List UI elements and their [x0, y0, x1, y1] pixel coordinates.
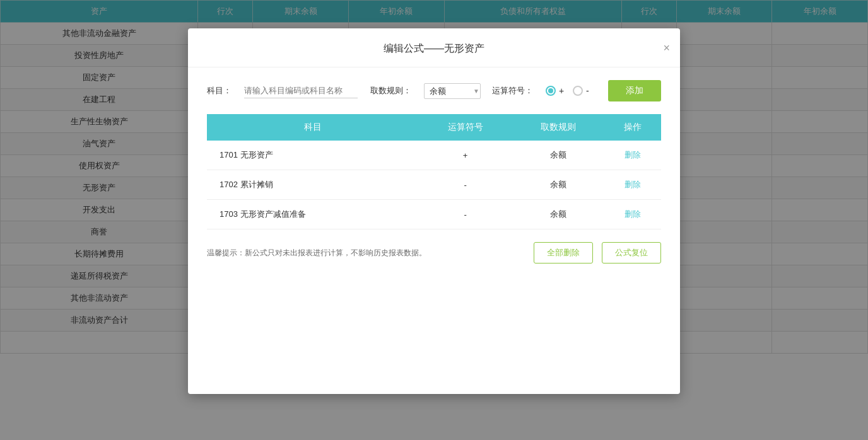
operator-radio-group: + -: [546, 86, 589, 96]
cell-subject: 1702 累计摊销: [207, 170, 419, 200]
subject-label: 科目：: [207, 85, 232, 96]
modal-dialog: 编辑公式——无形资产 × 科目： 取数规则： 余额 借方 贷方 借方发生额 贷方…: [188, 28, 680, 394]
cell-rule: 余额: [512, 141, 604, 170]
rule-select[interactable]: 余额 借方 贷方 借方发生额 贷方发生额: [424, 83, 481, 99]
add-button[interactable]: 添加: [608, 80, 661, 101]
cell-rule: 余额: [512, 200, 604, 229]
rule-select-wrap: 余额 借方 贷方 借方发生额 贷方发生额 ▼: [424, 83, 479, 99]
footer-buttons: 全部删除 公式复位: [534, 242, 661, 263]
operator-plus-radio[interactable]: +: [546, 86, 564, 96]
cell-action: 删除: [604, 141, 661, 170]
delete-all-button[interactable]: 全部删除: [534, 242, 593, 263]
col-action: 操作: [604, 114, 661, 141]
cell-subject: 1703 无形资产减值准备: [207, 200, 419, 229]
operator-minus-label: -: [586, 86, 589, 96]
form-row: 科目： 取数规则： 余额 借方 贷方 借方发生额 贷方发生额 ▼ 运算符号： +: [188, 67, 680, 114]
rule-label: 取数规则：: [370, 85, 411, 96]
footer-tip: 温馨提示：新公式只对未出报表进行计算，不影响历史报表数据。: [207, 248, 426, 258]
cell-action: 删除: [604, 170, 661, 200]
data-table-wrap: 科目 运算符号 取数规则 操作 1701 无形资产+余额删除1702 累计摊销-…: [188, 114, 680, 229]
modal-overlay: 编辑公式——无形资产 × 科目： 取数规则： 余额 借方 贷方 借方发生额 贷方…: [0, 0, 868, 440]
table-row: 1703 无形资产减值准备-余额删除: [207, 200, 661, 229]
modal-header: 编辑公式——无形资产 ×: [188, 28, 680, 67]
cell-operator: +: [419, 141, 512, 170]
col-operator: 运算符号: [419, 114, 512, 141]
operator-minus-circle: [573, 86, 583, 96]
modal-footer: 温馨提示：新公式只对未出报表进行计算，不影响历史报表数据。 全部删除 公式复位: [188, 229, 680, 270]
modal-close-button[interactable]: ×: [663, 42, 670, 54]
cell-subject: 1701 无形资产: [207, 141, 419, 170]
delete-row-button[interactable]: 删除: [625, 209, 641, 219]
operator-plus-circle: [546, 86, 556, 96]
subject-input[interactable]: [244, 83, 358, 98]
delete-row-button[interactable]: 删除: [625, 150, 641, 159]
modal-title: 编辑公式——无形资产: [384, 43, 484, 54]
cell-action: 删除: [604, 200, 661, 229]
formula-table: 科目 运算符号 取数规则 操作 1701 无形资产+余额删除1702 累计摊销-…: [207, 114, 661, 229]
table-row: 1701 无形资产+余额删除: [207, 141, 661, 170]
reset-formula-button[interactable]: 公式复位: [602, 242, 661, 263]
table-row: 1702 累计摊销-余额删除: [207, 170, 661, 200]
cell-rule: 余额: [512, 170, 604, 200]
delete-row-button[interactable]: 删除: [625, 180, 641, 189]
operator-label: 运算符号：: [492, 85, 533, 96]
col-subject: 科目: [207, 114, 419, 141]
operator-plus-label: +: [559, 86, 564, 96]
cell-operator: -: [419, 200, 512, 229]
col-rule: 取数规则: [512, 114, 604, 141]
operator-minus-radio[interactable]: -: [573, 86, 589, 96]
cell-operator: -: [419, 170, 512, 200]
